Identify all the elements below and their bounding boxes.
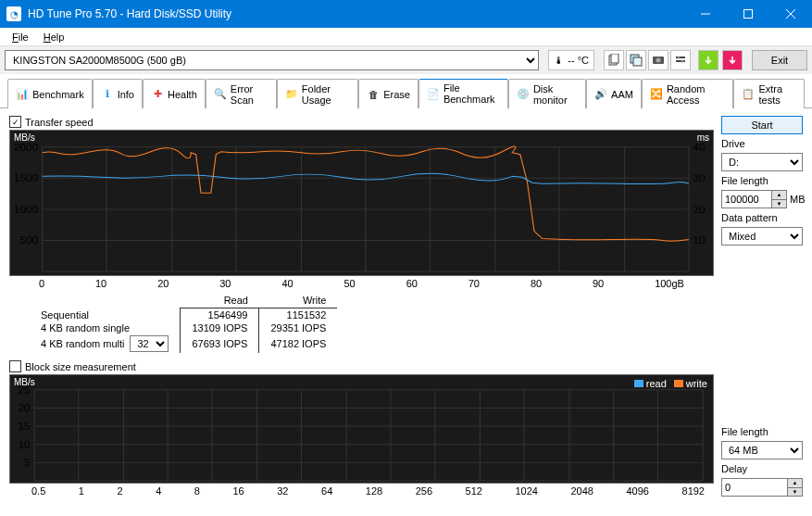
tab-health[interactable]: ✚Health <box>143 79 206 108</box>
monitor-icon: 💿 <box>517 88 530 101</box>
random-single-read: 13109 IOPS <box>181 321 259 334</box>
search-icon: 🔍 <box>214 88 227 101</box>
file-icon: 📄 <box>427 87 440 100</box>
random-multi-queue-select[interactable]: 32 <box>130 335 169 352</box>
tab-extra-tests[interactable]: 📋Extra tests <box>733 79 805 108</box>
load-icon[interactable] <box>722 50 743 70</box>
random-icon: 🔀 <box>650 88 663 101</box>
tab-bar: 📊Benchmark ℹInfo ✚Health 🔍Error Scan 📁Fo… <box>0 74 812 108</box>
block-size-chart: MB/s read write 252015105 <box>9 374 714 484</box>
random-single-write: 29351 IOPS <box>259 321 337 334</box>
menubar: File Help <box>0 28 812 46</box>
data-pattern-label: Data pattern <box>721 212 803 223</box>
svg-text:15: 15 <box>18 421 30 431</box>
side-panel-top: Start Drive D: File length ▲▼ MB Data pa… <box>721 116 803 353</box>
options-icon[interactable] <box>670 50 691 70</box>
start-button[interactable]: Start <box>721 116 803 134</box>
svg-text:2000: 2000 <box>14 142 39 152</box>
menu-help[interactable]: Help <box>36 30 72 44</box>
header-read: Read <box>181 293 259 308</box>
file-length-label: File length <box>721 175 803 186</box>
row-random-multi-label: 4 KB random multi32 <box>30 334 181 353</box>
block-size-checkbox[interactable] <box>9 360 21 372</box>
tab-benchmark[interactable]: 📊Benchmark <box>7 79 93 108</box>
erase-icon: 🗑 <box>367 88 380 101</box>
copy-info-icon[interactable] <box>604 50 624 70</box>
block-file-length-select[interactable]: 64 MB <box>721 441 803 459</box>
sequential-write: 1151532 <box>259 308 337 322</box>
side-panel-bottom: File length 64 MB Delay ▲▼ <box>721 360 803 497</box>
block-size-label: Block size measurement <box>25 361 136 372</box>
content-pane: ✓ Transfer speed MB/s ms 200015001000500 <box>0 108 812 504</box>
tab-folder-usage[interactable]: 📁Folder Usage <box>277 79 358 108</box>
results-table: ReadWrite Sequential15464991151532 4 KB … <box>30 293 714 353</box>
transfer-speed-checkbox[interactable]: ✓ <box>9 116 21 128</box>
tab-random-access[interactable]: 🔀Random Access <box>642 79 734 108</box>
data-pattern-select[interactable]: Mixed <box>721 227 803 245</box>
drive-letter-select[interactable]: D: <box>721 153 803 171</box>
random-multi-read: 67693 IOPS <box>181 334 259 353</box>
info-icon: ℹ <box>101 88 114 101</box>
tab-erase[interactable]: 🗑Erase <box>358 79 418 108</box>
exit-button[interactable]: Exit <box>752 50 807 70</box>
close-button[interactable] <box>769 0 812 28</box>
transfer-x-axis: 0102030405060708090100gB <box>9 276 714 289</box>
tab-aam[interactable]: 🔊AAM <box>586 79 642 108</box>
svg-text:20: 20 <box>18 403 30 413</box>
titlebar: ◔ HD Tune Pro 5.70 - Hard Disk/SSD Utili… <box>0 0 812 28</box>
svg-text:5: 5 <box>24 458 31 468</box>
tab-file-benchmark[interactable]: 📄File Benchmark <box>418 79 508 108</box>
svg-text:10: 10 <box>18 439 30 449</box>
file-length-spinner[interactable]: ▲▼ <box>721 190 787 208</box>
folder-icon: 📁 <box>285 88 298 101</box>
health-icon: ✚ <box>151 88 164 101</box>
delay-input[interactable] <box>721 478 788 497</box>
app-icon: ◔ <box>6 6 21 21</box>
maximize-button[interactable] <box>727 0 769 28</box>
menu-file[interactable]: File <box>5 30 36 44</box>
minimize-button[interactable] <box>684 0 727 28</box>
svg-text:1000: 1000 <box>14 204 39 214</box>
speaker-icon: 🔊 <box>594 88 607 101</box>
temperature-display: 🌡 -- °C <box>548 50 594 70</box>
row-sequential-label: Sequential <box>30 308 181 322</box>
drive-selector[interactable]: KINGSTON SA2000M8500G (500 gB) <box>5 50 539 70</box>
svg-text:10: 10 <box>693 235 705 245</box>
drive-dropdown[interactable]: KINGSTON SA2000M8500G (500 gB) <box>5 50 539 70</box>
file-length-unit: MB <box>790 194 806 205</box>
file-length-input[interactable] <box>721 190 772 208</box>
svg-text:40: 40 <box>693 142 705 152</box>
y-axis-label-right: ms <box>697 132 709 143</box>
svg-point-9 <box>656 58 661 63</box>
temperature-value: -- °C <box>568 55 589 66</box>
svg-text:30: 30 <box>693 173 705 183</box>
toolbar: KINGSTON SA2000M8500G (500 gB) 🌡 -- °C E… <box>0 46 812 74</box>
transfer-speed-chart: MB/s ms 200015001000500 40302010 <box>9 130 714 276</box>
svg-rect-7 <box>633 57 642 66</box>
tab-info[interactable]: ℹInfo <box>93 79 143 108</box>
sequential-read: 1546499 <box>181 308 259 322</box>
block-legend: read write <box>634 378 707 389</box>
save-screenshot-icon[interactable] <box>648 50 668 70</box>
svg-rect-1 <box>744 10 753 19</box>
save-icon[interactable] <box>698 50 718 70</box>
random-multi-write: 47182 IOPS <box>259 334 337 353</box>
svg-text:1500: 1500 <box>14 173 39 183</box>
svg-point-12 <box>678 57 681 59</box>
extra-icon: 📋 <box>742 88 755 101</box>
legend-read-swatch <box>634 380 643 387</box>
svg-text:500: 500 <box>19 235 38 245</box>
header-write: Write <box>259 293 337 308</box>
block-x-axis: 0.512481632641282565121024204840968192 <box>9 484 714 497</box>
drive-label: Drive <box>721 138 803 149</box>
delay-spinner[interactable]: ▲▼ <box>721 478 803 497</box>
tab-disk-monitor[interactable]: 💿Disk monitor <box>508 79 586 108</box>
delay-label: Delay <box>721 463 803 474</box>
transfer-speed-label: Transfer speed <box>25 117 94 128</box>
window-title: HD Tune Pro 5.70 - Hard Disk/SSD Utility <box>28 7 684 20</box>
tab-error-scan[interactable]: 🔍Error Scan <box>206 79 277 108</box>
block-y-label: MB/s <box>14 377 35 387</box>
copy-screenshot-icon[interactable] <box>626 50 646 70</box>
gauge-icon: 📊 <box>16 88 29 101</box>
thermometer-icon: 🌡 <box>554 55 564 66</box>
